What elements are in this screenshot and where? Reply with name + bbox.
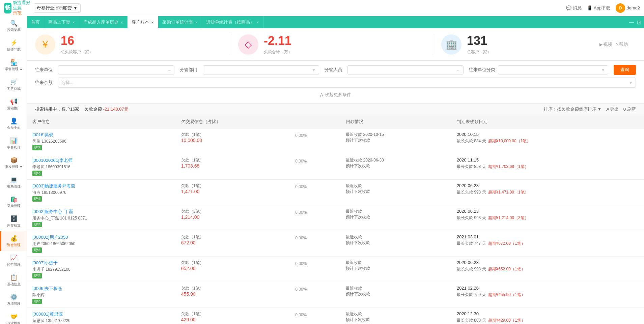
customer-name-link-7[interactable]: [000001]黄思源 (32, 311, 170, 317)
filter-select-dept[interactable]: ▼ (203, 65, 319, 75)
stat-info-2: -2.11 欠款合计（万） (264, 34, 292, 55)
tab-close-purchase-order[interactable]: ✕ (195, 21, 198, 24)
overdue-link-3[interactable]: 超期¥1,214.00（3笔） (488, 215, 529, 221)
message-btn[interactable]: 💬 消息 (566, 5, 582, 11)
tab-close-produce-history[interactable]: ✕ (120, 21, 123, 24)
stat-card-1: ¥ 16 总欠款客户（家） (35, 34, 230, 55)
tab-expand-btn[interactable]: ⊡ (637, 19, 641, 26)
overdue-link-5[interactable]: 超期¥652.00（1笔） (488, 266, 525, 272)
sidebar-item-system[interactable]: ⚙️ 系统管理 (0, 290, 27, 310)
sidebar-item-retail-store[interactable]: 🛒 零售商城 (0, 75, 27, 94)
customer-name-link-3[interactable]: [0002]服务中心_丁磊 (32, 209, 170, 215)
search-button[interactable]: 查询 (614, 65, 636, 75)
overdue-days-1: 最长欠款 853 天 (457, 164, 486, 170)
export-btn[interactable]: ↗导出 (606, 106, 619, 112)
col-due-date: 到期未收款日期 (451, 115, 644, 128)
retail-icon: 🏪 (10, 59, 18, 66)
debt-pct-0: 0.00% (295, 133, 335, 138)
tab-close-product-updown[interactable]: ✕ (72, 21, 75, 24)
sidebar-item-member[interactable]: 👤 会员中心 (0, 114, 27, 134)
table-area: 客户信息 欠交易信息（占比） 回款情况 到期未收款日期 [0016]吴俊 吴俊 … (27, 115, 644, 324)
overdue-link-2[interactable]: 超期¥1,471.00（1笔） (488, 189, 529, 195)
tab-close-customer-account[interactable]: ✕ (151, 21, 154, 24)
app-download-btn[interactable]: 📱 App下载 (587, 5, 610, 11)
sidebar-item-marketing[interactable]: 📢 营销推广 (0, 94, 27, 114)
sidebar-item-purchase[interactable]: 🛍️ 采购管理 (0, 192, 27, 212)
tab-customer-account[interactable]: 客户账本 ✕ (128, 16, 158, 28)
store-selector[interactable]: 母婴行业演示账套 ▼ (34, 3, 81, 13)
user-menu[interactable]: D demo2 (616, 3, 640, 13)
tab-purchase-order[interactable]: 采购订单统计表 ✕ (158, 16, 202, 28)
customer-contact-6: 陈小辉 (32, 292, 170, 298)
cell-customer-3: [0002]服务中心_丁磊 服务中心_丁磊 181 0125 8371 现销 (27, 205, 176, 231)
debt-amount-2[interactable]: 1,471.00 (181, 189, 284, 194)
inventory-icon: 🗄️ (10, 215, 18, 223)
sidebar-item-inventory[interactable]: 🗄️ 库存核算 (0, 212, 27, 231)
sidebar-item-quick-nav[interactable]: ⚡ 快捷导航 (0, 36, 27, 55)
sidebar-item-enterprise[interactable]: 🤝 企业协同 (0, 310, 27, 324)
retailstat-icon: 📊 (10, 137, 18, 144)
customer-name-link-0[interactable]: [0016]吴俊 (32, 132, 170, 138)
overdue-link-0[interactable]: 超期¥10,000.00（1笔） (488, 138, 531, 144)
refresh-btn[interactable]: ↺刷新 (623, 106, 636, 112)
stat-top-right-links: ▶ 视频 ? 帮助 (599, 41, 628, 48)
tab-minimize-btn[interactable]: — (629, 19, 634, 25)
debt-amount-5[interactable]: 652.00 (181, 266, 284, 271)
sidebar-item-basic[interactable]: 📋 基础信息 (0, 270, 27, 290)
overdue-link-4[interactable]: 超期¥672.00（1笔） (488, 241, 525, 246)
overdue-link-1[interactable]: 超期¥1,703.68（1笔） (488, 164, 529, 170)
tab-product-updown[interactable]: 商品上下架 ✕ (44, 16, 79, 28)
table-row: [0007]小进千 小进千 18279152100 现销 欠款（1笔） 652.… (27, 257, 644, 282)
cell-return-4: 最近收款 预计下次收款 (340, 231, 451, 257)
debt-amount-4[interactable]: 672.00 (181, 240, 284, 245)
cell-customer-6: [0006]去下粮仓 陈小辉 现销 (27, 282, 176, 308)
debt-pct-4: 0.00% (295, 236, 335, 240)
stat-icon-total-customers: 🏢 (441, 34, 461, 55)
customer-name-link-5[interactable]: [0007]小进千 (32, 260, 170, 266)
table-row: [0006]去下粮仓 陈小辉 现销 欠款（1笔） 455.90 0.00% 最近… (27, 282, 644, 308)
filter-input-unit[interactable]: ··· (58, 65, 174, 75)
tab-home[interactable]: 首页 (27, 16, 44, 28)
video-link[interactable]: ▶ 视频 (599, 41, 612, 48)
tab-produce-history[interactable]: 产成品入库单历史 ✕ (79, 16, 128, 28)
help-link[interactable]: ? 帮助 (616, 41, 628, 48)
overdue-link-7[interactable]: 超期¥429.00（1笔） (488, 318, 525, 323)
debt-label-7: 欠款（1笔） (181, 311, 284, 317)
filter-input-person[interactable]: ··· (347, 65, 464, 75)
sidebar-item-search[interactable]: 🔍 搜索菜单 (0, 16, 27, 36)
customer-name-link-6[interactable]: [0006]去下粮仓 (32, 286, 170, 292)
customer-contact-7: 黄思源 13552700226 (32, 318, 170, 324)
sidebar-item-finance[interactable]: 💰 资金管理 (0, 231, 27, 251)
sort-selector[interactable]: 排序：按欠款金额倒序排序 ▼ (544, 106, 601, 112)
tab-close-import-stat[interactable]: ✕ (256, 21, 259, 24)
filter-label-unit: 往来单位 (35, 67, 55, 73)
debt-amount-0[interactable]: 10,000.00 (181, 138, 284, 143)
cell-customer-5: [0007]小进千 小进千 18279152100 现销 (27, 257, 176, 282)
tab-bar-actions: — ⊡ (626, 16, 644, 28)
debt-amount-7[interactable]: 429.00 (181, 317, 284, 322)
customer-name-link-1[interactable]: [0001020001]李老师 (32, 157, 170, 164)
customer-name-link-4[interactable]: [000002]用户2050 (32, 234, 170, 240)
due-date-5: 2020.06.23 (457, 260, 639, 265)
purchase-icon: 🛍️ (10, 196, 18, 203)
sidebar-item-ecom[interactable]: 💻 电商管理 (0, 173, 27, 192)
tab-import-stat[interactable]: 进货单统计表（按商品） ✕ (202, 16, 263, 28)
table-row: [0002]服务中心_丁磊 服务中心_丁磊 181 0125 8371 现销 欠… (27, 205, 644, 231)
sidebar-item-retail-stat[interactable]: 📊 零售统计 (0, 134, 27, 153)
filter-select-category[interactable]: ▼ (498, 65, 608, 75)
debt-amount-1[interactable]: 1,703.68 (181, 163, 284, 169)
filter-select-balance[interactable]: 选择...▼ (58, 78, 636, 88)
debt-amount-6[interactable]: 455.90 (181, 291, 284, 297)
debt-amount-3[interactable]: 1,214.00 (181, 214, 284, 220)
customer-name-link-2[interactable]: [0003]畅捷服务尹海燕 (32, 183, 170, 189)
col-debt-info: 欠交易信息（占比） (176, 115, 290, 128)
sidebar: 🔍 搜索菜单 ⚡ 快捷导航 🏪 零售管理 ▲ 🛒 零售商城 📢 营销推广 👤 会… (0, 16, 27, 324)
overdue-link-6[interactable]: 超期¥455.90（1笔） (488, 292, 525, 298)
sidebar-item-retail-mgmt[interactable]: 🏪 零售管理 ▲ (0, 55, 27, 75)
collapse-filter-btn[interactable]: ⋀ 收起更多条件 (35, 90, 636, 99)
cell-due-7: 2020.12.30 最长欠款 808 天 超期¥429.00（1笔） (451, 308, 644, 324)
cell-debt-4: 欠款（1笔） 672.00 (176, 231, 290, 257)
sidebar-item-operation[interactable]: 📈 经营管理 (0, 251, 27, 270)
cell-debt-pct-4: 0.00% (290, 231, 340, 257)
sidebar-item-batch-mgmt[interactable]: 📦 批发管理 ▼ (0, 153, 27, 173)
